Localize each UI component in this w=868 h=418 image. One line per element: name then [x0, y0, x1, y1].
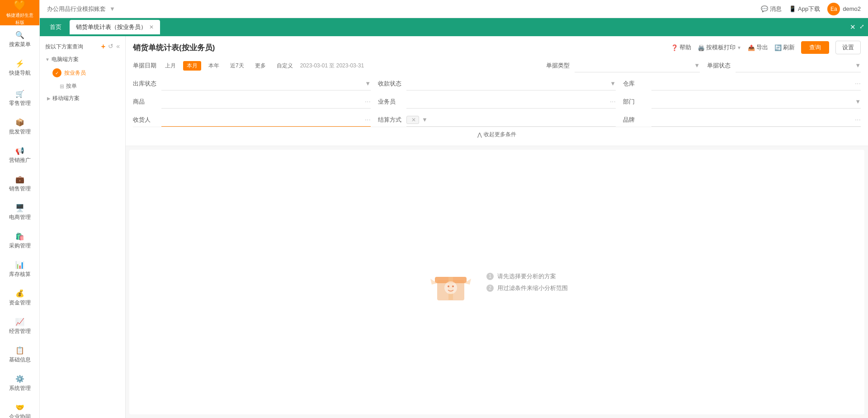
- svg-point-5: [452, 285, 454, 287]
- header-right: 💬 消息 📱 App下载 Ea demo2: [761, 3, 861, 15]
- receiver-input[interactable]: ···: [161, 113, 371, 127]
- date-7days[interactable]: 近7天: [226, 61, 248, 71]
- sidebar-item-finance[interactable]: 💰 资金管理: [0, 284, 39, 312]
- tab-close-icon[interactable]: ✕: [149, 24, 154, 30]
- brand-field: 品牌 ···: [623, 113, 861, 127]
- refresh-btn[interactable]: 🔄 刷新: [774, 43, 795, 52]
- receiver-field: 收货人 ···: [133, 113, 371, 127]
- user-menu[interactable]: Ea demo2: [827, 3, 861, 15]
- print-label: 按模板打印: [706, 43, 736, 52]
- wholesale-icon: 📦: [15, 118, 24, 127]
- date-this-year[interactable]: 本年: [205, 61, 223, 71]
- export-btn[interactable]: 📤 导出: [748, 43, 768, 52]
- settings-button[interactable]: 设置: [835, 41, 861, 54]
- search-nav-icon: 🔍: [15, 31, 24, 39]
- payment-status-input[interactable]: ▼: [406, 77, 616, 90]
- settlement-input[interactable]: ✕ ▼: [406, 113, 616, 127]
- sidebar-label-finance: 资金管理: [9, 299, 31, 307]
- content-area: 按以下方案查询 + ↺ « ▼ 电脑端方案 ✓ 按业务员 ⊞ 按: [40, 36, 868, 418]
- warehouse-dots-icon: ···: [855, 80, 861, 88]
- scheme-item-salesperson[interactable]: ✓ 按业务员: [40, 66, 125, 80]
- payment-status-label: 收款状态: [378, 80, 403, 88]
- sidebar-item-management[interactable]: 📈 经营管理: [0, 312, 39, 341]
- doc-status-input[interactable]: ▼: [736, 59, 861, 72]
- sidebar-label-ecom: 电商管理: [9, 214, 31, 221]
- sidebar-label-sales: 销售管理: [9, 185, 31, 193]
- print-icon: 🖨️: [698, 44, 705, 51]
- brand-dots-icon: ···: [855, 116, 861, 124]
- message-btn[interactable]: 💬 消息: [761, 5, 782, 13]
- out-status-input[interactable]: ▼: [161, 77, 371, 90]
- sidebar-item-system[interactable]: ⚙️ 系统管理: [0, 369, 39, 398]
- date-label: 单据日期: [133, 62, 158, 70]
- filter-container: 单据日期 上月 本月 本年 近7天 更多 自定义 2023-03-01 至 20…: [133, 59, 861, 146]
- workspace-arrow[interactable]: ▼: [109, 5, 115, 12]
- refresh-scheme-icon[interactable]: ↺: [108, 43, 113, 51]
- sidebar-item-retail[interactable]: 🛒 零售管理: [0, 84, 39, 113]
- date-more[interactable]: 更多: [251, 61, 269, 71]
- step-1-text: 请先选择要分析的方案: [497, 272, 556, 280]
- active-scheme-dot: ✓: [52, 68, 61, 77]
- empty-illustration: [426, 257, 476, 307]
- settlement-tag-remove[interactable]: ✕: [411, 117, 416, 123]
- query-button[interactable]: 查询: [801, 41, 829, 54]
- sidebar-item-purchase[interactable]: 🛍️ 采购管理: [0, 227, 39, 255]
- payment-arrow-icon: ▼: [610, 80, 616, 87]
- app-logo: 🧡 畅捷通好生意 标版: [0, 0, 40, 25]
- mobile-scheme-label: 移动端方案: [52, 95, 80, 102]
- filter-row-3: 商品 ··· 业务员 ··· 部门: [133, 95, 861, 109]
- department-input[interactable]: ▼: [651, 95, 861, 109]
- brand-input[interactable]: ···: [651, 113, 861, 127]
- salesperson-field: 业务员 ···: [378, 95, 616, 109]
- download-icon: 📱: [789, 5, 796, 12]
- app-subtitle: 标版: [15, 19, 24, 26]
- doc-type-input[interactable]: ▼: [575, 59, 700, 72]
- salesperson-label: 业务员: [378, 98, 403, 106]
- add-scheme-icon[interactable]: +: [101, 43, 105, 51]
- tab-report[interactable]: 销货单统计表（按业务员） ✕: [70, 20, 160, 34]
- print-btn[interactable]: 🖨️ 按模板打印 ▼: [698, 43, 741, 52]
- mobile-scheme-group[interactable]: ▶ 移动端方案: [40, 92, 125, 104]
- sidebar-item-sales[interactable]: 💼 销售管理: [0, 170, 39, 198]
- tab-home[interactable]: 首页: [43, 20, 68, 34]
- maximize-icon[interactable]: ⤢: [859, 23, 864, 31]
- brand-label: 品牌: [623, 116, 648, 124]
- sidebar-item-wholesale[interactable]: 📦 批发管理: [0, 113, 39, 141]
- ecom-icon: 🖥️: [15, 204, 24, 212]
- collapse-arrow-icon: ⋀: [477, 132, 482, 138]
- collapse-filters-btn[interactable]: ⋀ 收起更多条件: [133, 127, 861, 142]
- collapse-panel-icon[interactable]: «: [116, 43, 120, 51]
- user-avatar: Ea: [827, 3, 840, 15]
- empty-svg: [428, 260, 473, 305]
- salesperson-input[interactable]: ···: [406, 95, 616, 109]
- tab-actions: ✕ ⤢: [850, 23, 864, 31]
- sidebar-item-collab[interactable]: 🤝 企业协同: [0, 398, 39, 418]
- sidebar-item-quick[interactable]: ⚡ 快捷导航: [0, 54, 39, 82]
- settlement-field: 结算方式 ✕ ▼: [378, 113, 616, 127]
- salesperson-dots-icon: ···: [610, 98, 616, 106]
- scheme-item-order[interactable]: ⊞ 按单: [40, 80, 125, 92]
- collapse-label: 收起更多条件: [484, 131, 516, 138]
- sidebar-item-basic[interactable]: 📋 基础信息: [0, 341, 39, 369]
- app-download-btn[interactable]: 📱 App下载: [789, 5, 820, 13]
- empty-step-1: 1 请先选择要分析的方案: [486, 272, 568, 280]
- payment-status-field: 收款状态 ▼: [378, 77, 616, 90]
- warehouse-input[interactable]: ···: [651, 77, 861, 90]
- sidebar-item-search[interactable]: 🔍 搜索菜单: [0, 25, 39, 54]
- sidebar-label-management: 经营管理: [9, 328, 31, 335]
- date-field: 单据日期 上月 本月 本年 近7天 更多 自定义 2023-03-01 至 20…: [133, 61, 364, 71]
- date-custom[interactable]: 自定义: [273, 61, 297, 71]
- product-input[interactable]: ···: [161, 95, 371, 109]
- close-window-icon[interactable]: ✕: [850, 23, 856, 31]
- order-sub-icon: ⊞: [60, 83, 64, 90]
- svg-point-3: [444, 281, 457, 294]
- scheme-actions: + ↺ «: [101, 43, 120, 51]
- date-this-month[interactable]: 本月: [183, 61, 201, 71]
- product-dots-icon: ···: [365, 98, 371, 106]
- desktop-scheme-title[interactable]: ▼ 电脑端方案: [40, 53, 125, 66]
- sidebar-item-marketing[interactable]: 📢 营销推广: [0, 141, 39, 170]
- help-btn[interactable]: ❓ 帮助: [671, 43, 691, 52]
- sidebar-item-ecom[interactable]: 🖥️ 电商管理: [0, 198, 39, 227]
- sidebar-item-inventory[interactable]: 📊 库存核算: [0, 255, 39, 284]
- date-last-month[interactable]: 上月: [161, 61, 179, 71]
